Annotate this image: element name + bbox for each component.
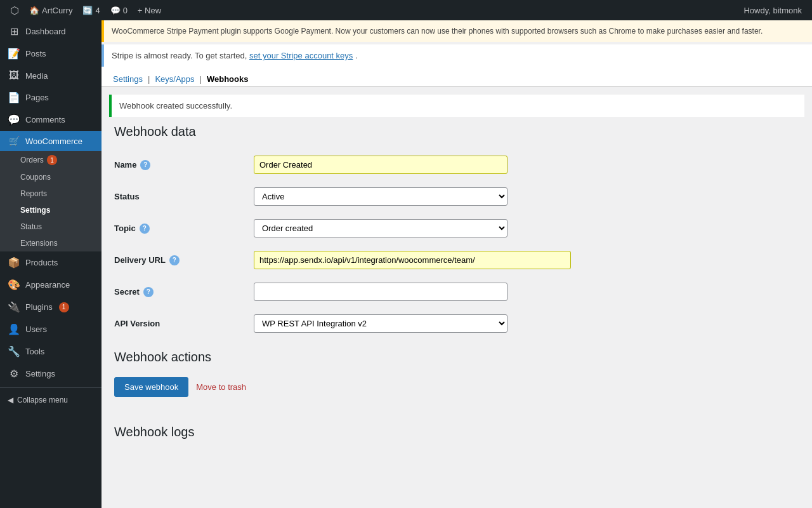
sidebar-item-tools[interactable]: 🔧 Tools bbox=[0, 340, 102, 363]
google-payment-text: WooCommerce Stripe Payment plugin suppor… bbox=[112, 27, 763, 36]
secret-help-icon[interactable]: ? bbox=[143, 287, 154, 297]
tab-settings[interactable]: Settings bbox=[109, 72, 147, 86]
content-area: WooCommerce Stripe Payment plugin suppor… bbox=[102, 20, 812, 508]
delivery-url-label: Delivery URL bbox=[114, 255, 166, 265]
sidebar-item-users[interactable]: 👤 Users bbox=[0, 318, 102, 340]
media-icon: 🖼 bbox=[8, 70, 20, 81]
comments-nav-icon: 💬 bbox=[8, 114, 20, 126]
sidebar-item-label: Tools bbox=[25, 347, 44, 356]
name-input[interactable] bbox=[254, 156, 508, 174]
products-icon: 📦 bbox=[8, 257, 20, 269]
stripe-notice-prefix: Stripe is almost ready. To get started, bbox=[112, 51, 249, 60]
sidebar-item-label: Dashboard bbox=[25, 27, 66, 36]
delivery-url-label-container: Delivery URL ? bbox=[114, 255, 254, 265]
howdy-item[interactable]: Howdy, bitmonk bbox=[738, 0, 807, 20]
move-to-trash-link[interactable]: Move to trash bbox=[196, 382, 246, 392]
webhook-actions-title: Webhook actions bbox=[114, 350, 799, 364]
status-field-container: Active Disabled Paused bbox=[254, 187, 799, 206]
sidebar-item-label: WooCommerce bbox=[25, 137, 82, 146]
name-help-icon[interactable]: ? bbox=[140, 160, 150, 170]
sidebar-item-appearance[interactable]: 🎨 Appearance bbox=[0, 274, 102, 296]
woocommerce-submenu: Orders 1 Coupons Reports Settings Status… bbox=[0, 151, 102, 251]
api-version-select[interactable]: WP REST API Integration v2 WP REST API I… bbox=[254, 314, 508, 333]
updates-icon: 🔄 bbox=[82, 6, 93, 15]
sidebar-item-label: Appearance bbox=[25, 280, 70, 290]
sidebar-item-pages[interactable]: 📄 Pages bbox=[0, 86, 102, 109]
webhook-form: Name ? Status Active Disable bbox=[114, 149, 799, 340]
tab-navigation: Settings | Keys/Apps | Webhooks bbox=[102, 67, 812, 87]
name-row: Name ? bbox=[114, 149, 799, 181]
submenu-reports[interactable]: Reports bbox=[0, 185, 102, 202]
plugins-icon: 🔌 bbox=[8, 301, 20, 313]
action-buttons: Save webhook Move to trash bbox=[114, 372, 799, 402]
sidebar-item-posts[interactable]: 📝 Posts bbox=[0, 43, 102, 65]
status-row: Status Active Disabled Paused bbox=[114, 181, 799, 213]
delivery-url-field-container bbox=[254, 251, 799, 269]
howdy-text: Howdy, bitmonk bbox=[743, 6, 802, 15]
sidebar-item-comments[interactable]: 💬 Comments bbox=[0, 109, 102, 131]
sidebar-item-woocommerce[interactable]: 🛒 WooCommerce bbox=[0, 131, 102, 151]
submenu-orders[interactable]: Orders 1 bbox=[0, 151, 102, 169]
secret-input[interactable] bbox=[254, 283, 508, 301]
submenu-settings[interactable]: Settings bbox=[0, 202, 102, 218]
sidebar-item-label: Users bbox=[25, 324, 47, 334]
topic-label: Topic bbox=[114, 224, 136, 233]
secret-field-container bbox=[254, 283, 799, 301]
secret-label-container: Secret ? bbox=[114, 287, 254, 297]
new-label: + New bbox=[138, 6, 161, 15]
api-version-field-container: WP REST API Integration v2 WP REST API I… bbox=[254, 314, 799, 333]
updates-item[interactable]: 🔄 4 bbox=[77, 0, 105, 20]
comments-count: 0 bbox=[123, 6, 128, 15]
submenu-status[interactable]: Status bbox=[0, 218, 102, 235]
sidebar-item-settings[interactable]: ⚙ Settings bbox=[0, 363, 102, 385]
new-item[interactable]: + New bbox=[133, 0, 166, 20]
page-content: Webhook data Name ? Status bbox=[102, 117, 812, 447]
users-icon: 👤 bbox=[8, 323, 20, 335]
topic-row: Topic ? Order created Order updated Orde… bbox=[114, 213, 799, 244]
api-version-label-container: API Version bbox=[114, 319, 254, 328]
collapse-menu-item[interactable]: ◀ Collapse menu bbox=[0, 391, 102, 410]
comments-item[interactable]: 💬 0 bbox=[105, 0, 133, 20]
sidebar-item-label: Plugins bbox=[25, 302, 53, 312]
secret-label: Secret bbox=[114, 287, 140, 297]
wp-logo-item[interactable]: ⬡ bbox=[5, 0, 24, 20]
wp-logo-icon: ⬡ bbox=[10, 4, 19, 17]
sidebar-item-dashboard[interactable]: ⊞ Dashboard bbox=[0, 20, 102, 43]
topic-help-icon[interactable]: ? bbox=[140, 224, 150, 234]
secret-row: Secret ? bbox=[114, 276, 799, 308]
posts-icon: 📝 bbox=[8, 48, 20, 60]
plugins-badge: 1 bbox=[59, 302, 69, 312]
pages-icon: 📄 bbox=[8, 91, 20, 104]
submenu-extensions[interactable]: Extensions bbox=[0, 235, 102, 251]
comments-icon: 💬 bbox=[110, 6, 121, 15]
admin-bar: ⬡ 🏠 ArtCurry 🔄 4 💬 0 + New Howdy, bitmon… bbox=[0, 0, 812, 20]
save-webhook-button[interactable]: Save webhook bbox=[114, 377, 188, 397]
topic-select[interactable]: Order created Order updated Order delete… bbox=[254, 219, 508, 237]
name-label-container: Name ? bbox=[114, 160, 254, 170]
google-payment-notice: WooCommerce Stripe Payment plugin suppor… bbox=[102, 20, 812, 42]
delivery-url-input[interactable] bbox=[254, 251, 571, 269]
status-select[interactable]: Active Disabled Paused bbox=[254, 187, 508, 206]
webhook-logs-title: Webhook logs bbox=[114, 417, 799, 439]
sidebar-item-plugins[interactable]: 🔌 Plugins 1 bbox=[0, 296, 102, 318]
dashboard-icon: ⊞ bbox=[8, 25, 20, 37]
page-title: Webhook data bbox=[114, 124, 799, 139]
api-version-row: API Version WP REST API Integration v2 W… bbox=[114, 308, 799, 340]
topic-label-container: Topic ? bbox=[114, 224, 254, 234]
sidebar-item-products[interactable]: 📦 Products bbox=[0, 251, 102, 274]
topic-field-container: Order created Order updated Order delete… bbox=[254, 219, 799, 237]
stripe-account-keys-link[interactable]: set your Stripe account keys bbox=[249, 51, 353, 60]
delivery-url-help-icon[interactable]: ? bbox=[169, 255, 180, 265]
updates-count: 4 bbox=[95, 6, 100, 15]
site-name-item[interactable]: 🏠 ArtCurry bbox=[24, 0, 77, 20]
stripe-notice-suffix: . bbox=[355, 51, 358, 60]
sidebar-item-media[interactable]: 🖼 Media bbox=[0, 65, 102, 86]
delivery-url-row: Delivery URL ? bbox=[114, 244, 799, 276]
sidebar-item-label: Pages bbox=[25, 93, 49, 102]
woocommerce-icon: 🛒 bbox=[8, 136, 20, 146]
tab-keys-apps[interactable]: Keys/Apps bbox=[151, 72, 198, 86]
submenu-coupons[interactable]: Coupons bbox=[0, 169, 102, 185]
tab-webhooks: Webhooks bbox=[203, 72, 252, 86]
collapse-icon: ◀ bbox=[8, 396, 13, 404]
success-notice: Webhook created successfully. bbox=[109, 95, 804, 117]
